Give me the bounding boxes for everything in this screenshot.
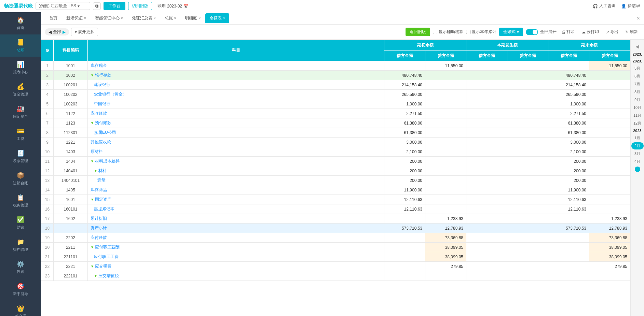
expand-more-btn[interactable]: ▾ 展开更多 (71, 28, 98, 36)
aux-calc-checkbox-input[interactable] (433, 30, 437, 34)
tab-balance-sheet[interactable]: 余额表 × (205, 13, 229, 23)
tab-general-ledger[interactable]: 总账 × (161, 13, 180, 23)
tab-home[interactable]: 首页 (45, 13, 61, 23)
tab-bar-close-btn[interactable]: × (637, 15, 640, 21)
row-name[interactable]: 壹玺 (88, 176, 384, 185)
row-name[interactable]: 起提累记本 (88, 204, 384, 214)
month-may[interactable]: 5月 (631, 65, 644, 72)
opening-credit (425, 80, 466, 90)
month-mar[interactable]: 3月 (631, 150, 644, 157)
sidebar-item-ledger[interactable]: 📒 总账 (0, 34, 41, 57)
row-name[interactable]: 累计折旧 (88, 214, 384, 224)
row-name[interactable]: 应付职工工资 (88, 252, 384, 262)
month-apr[interactable]: 4月 (631, 158, 644, 165)
toggle-switch[interactable] (526, 29, 538, 35)
consultant-link[interactable]: 🎧 人工咨询 (593, 3, 616, 9)
sidebar-item-tax[interactable]: 📋 税务管理 (0, 190, 41, 212)
month-sep[interactable]: 9月 (631, 96, 644, 103)
refresh-btn[interactable]: ↻ 刷新 (623, 28, 640, 35)
row-name[interactable]: ▼ 应交税费 (88, 262, 384, 271)
sidebar-item-home[interactable]: 🏠 首页 (0, 12, 41, 34)
row-name[interactable]: 建设银行 (88, 80, 384, 90)
sidebar-item-fixed-assets[interactable]: 🏭 固定资产 (0, 101, 41, 123)
sidebar-item-settle[interactable]: ✅ 结账 (0, 212, 41, 234)
current-debit (466, 185, 507, 195)
tab-new-voucher[interactable]: 新增凭证 × (62, 13, 90, 23)
closing-debit: 480,748.40 (548, 71, 589, 80)
reports-icon: 📊 (17, 61, 24, 68)
row-name[interactable]: 农业银行（黄金） (88, 90, 384, 99)
calendar-icon[interactable]: 📅 (183, 4, 189, 9)
tab-voucher-summary-close[interactable]: × (154, 16, 156, 20)
closing-credit (589, 204, 630, 214)
row-name[interactable]: ▼ 材料 (88, 166, 384, 176)
show-ytd-checkbox[interactable]: 显示本年累计 (466, 29, 496, 35)
return-old-btn[interactable]: 返回旧版 (406, 28, 430, 36)
row-name[interactable]: 其他应收款 (88, 138, 384, 147)
month-feb[interactable]: 2月 (631, 142, 644, 149)
month-jul[interactable]: 7月 (631, 81, 644, 88)
current-debit (466, 252, 507, 262)
expand-all-label: 全部展开 (540, 29, 557, 35)
filter-all-tag[interactable]: ◀ 全部 ▶ (45, 28, 69, 35)
user-info[interactable]: 👤 徐洁华 (621, 3, 640, 9)
row-code: 221101 (54, 252, 88, 262)
workbench-button[interactable]: 工作台 (104, 2, 125, 10)
row-name[interactable]: 应收账款 (88, 109, 384, 118)
tab-detail-ledger[interactable]: 明细账 × (181, 13, 205, 23)
row-name[interactable]: ▼ 固定资产 (88, 195, 384, 204)
row-name[interactable]: ▼ 应交增值税 (88, 271, 384, 281)
closing-debit: 573,710.53 (548, 224, 589, 233)
row-name[interactable]: 资产小计 (88, 224, 384, 233)
month-jun[interactable]: 6月 (631, 73, 644, 80)
sidebar-item-new-guide[interactable]: 🎯 新手引导 (0, 278, 41, 301)
row-name[interactable]: ▼ 材料成本差异 (88, 157, 384, 166)
sidebar-item-archive[interactable]: 📁 归档管理 (0, 234, 41, 256)
row-name[interactable]: 中国银行 (88, 99, 384, 109)
company-selector[interactable]: (勿删) 江西殷圣-LSS ▾ (36, 2, 90, 10)
expand-all-toggle[interactable]: 全部展开 (526, 29, 557, 35)
cloud-print-label: 云打印 (587, 29, 599, 35)
row-name[interactable]: 应付账款 (88, 233, 384, 243)
panel-expand-arrow[interactable]: ◀ (634, 42, 641, 51)
month-dec[interactable]: 12月 (631, 120, 644, 127)
print-btn[interactable]: 🖨 打印 (559, 28, 577, 35)
month-aug[interactable]: 8月 (631, 88, 644, 96)
month-nov[interactable]: 11月 (631, 112, 644, 119)
show-aux-calc-checkbox[interactable]: 显示辅助核算 (433, 29, 463, 35)
row-name[interactable]: ▼ 应付职工薪酬 (88, 243, 384, 252)
copy-button[interactable]: ⧉ (93, 2, 101, 10)
sidebar-item-salary[interactable]: 💳 工资 (0, 123, 41, 145)
row-name[interactable]: 库存商品 (88, 185, 384, 195)
tab-balance-sheet-close[interactable]: × (223, 16, 225, 20)
tab-detail-ledger-close[interactable]: × (198, 16, 201, 20)
gear-header[interactable]: ⚙ (41, 40, 54, 61)
cloud-print-btn[interactable]: ☁ 云打印 (579, 28, 601, 35)
tab-new-voucher-close[interactable]: × (84, 16, 86, 20)
tab-voucher-summary[interactable]: 凭证汇总表 × (128, 13, 160, 23)
export-btn[interactable]: ↗ 导出 (604, 28, 620, 35)
current-credit (507, 185, 548, 195)
sidebar-item-invoice[interactable]: 🧾 发票管理 (0, 145, 41, 168)
row-num: 20 (41, 243, 54, 252)
row-name[interactable]: 嘉属EU公司 (88, 128, 384, 138)
tab-smart-verify-close[interactable]: × (121, 16, 123, 20)
sidebar-item-member[interactable]: 👑 畅会员 (0, 301, 41, 316)
row-name[interactable]: 原材料 (88, 147, 384, 157)
row-name[interactable]: ▼ 银行存款 (88, 71, 384, 80)
sidebar-item-reports[interactable]: 📊 报表中心 (0, 57, 41, 79)
sidebar-item-purchase[interactable]: 📦 进销台账 (0, 168, 41, 190)
closing-credit: 11,550.00 (589, 61, 630, 71)
row-name[interactable]: 库存现金 (88, 61, 384, 71)
month-oct[interactable]: 10月 (631, 104, 644, 111)
sidebar-item-settings[interactable]: ⚙️ 设置 (0, 256, 41, 278)
tab-smart-verify[interactable]: 智能凭证中心 × (91, 13, 127, 23)
row-name[interactable]: ▼ 预付账款 (88, 118, 384, 128)
old-version-button[interactable]: 切到旧版 (128, 2, 152, 10)
full-style-btn[interactable]: 全账式 ▾ (499, 28, 523, 36)
opening-debit: 11,900.00 (384, 185, 425, 195)
ytd-checkbox-input[interactable] (466, 30, 470, 34)
sidebar-item-assets-mgmt[interactable]: 💰 资金管理 (0, 79, 41, 101)
month-jan[interactable]: 1月 (631, 134, 644, 142)
tab-general-ledger-close[interactable]: × (174, 16, 176, 20)
